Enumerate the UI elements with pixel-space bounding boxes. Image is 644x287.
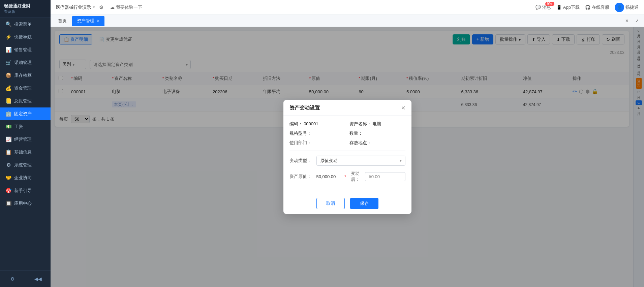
sidebar-label-base-info: 基础信息 xyxy=(14,149,32,155)
company-selector[interactable]: 医疗器械行业演示 ▾ xyxy=(56,4,95,10)
sidebar-label-operations: 经营管理 xyxy=(14,136,32,142)
modal-close-icon[interactable]: ✕ xyxy=(401,105,405,111)
sidebar-bottom: ⚙ ◀◀ xyxy=(0,270,51,287)
finance-icon: 💰 xyxy=(5,85,11,91)
app-edition: 普及版 xyxy=(4,9,30,14)
tab-asset-label: 资产管理 xyxy=(77,18,94,24)
cloud-experience[interactable]: ☁ 我要体验一下 xyxy=(110,4,142,10)
sidebar-label-cooperation: 企业协同 xyxy=(14,175,32,181)
modal-code-label: 编码： xyxy=(289,121,303,126)
base-info-icon: 📋 xyxy=(5,149,11,155)
sidebar-item-payroll[interactable]: 💵 工资 xyxy=(0,120,51,133)
modal-spec-value: 规格型号： xyxy=(289,130,345,136)
modal-code-val: 000001 xyxy=(304,121,318,126)
message-icon: 💬 xyxy=(535,5,541,10)
collapse-button[interactable]: ◀◀ xyxy=(25,274,51,284)
sidebar-item-cooperation[interactable]: 🤝 企业协同 xyxy=(0,171,51,184)
modal-department-label: 使用部门： xyxy=(289,140,311,145)
sidebar-label-inventory: 库存核算 xyxy=(14,72,32,78)
sidebar-label-system: 系统管理 xyxy=(14,162,32,168)
modal-overlay: 资产变动设置 ✕ 编码： 000001 资产名称： xyxy=(51,27,644,287)
modal-code-field: 编码： 000001 xyxy=(289,121,345,127)
modal-quantity-label: 数量： xyxy=(349,131,363,136)
sidebar-item-ledger[interactable]: 📒 总账管理 xyxy=(0,95,51,107)
company-arrow-icon: ▾ xyxy=(93,5,95,9)
modal-change-type-row: 变动类型： 原值变动 ▾ xyxy=(289,156,405,166)
sidebar-item-base-info[interactable]: 📋 基础信息 xyxy=(0,146,51,159)
sidebar-item-sales[interactable]: 📊 销售管理 xyxy=(0,43,51,56)
modal-location-field: 存放地点： xyxy=(349,140,405,146)
tab-asset-close-icon[interactable]: ✕ xyxy=(96,19,100,23)
main-area: 医疗器械行业演示 ▾ ⚙ ☁ 我要体验一下 💬 消息 99+ 📱 App下载 🎧… xyxy=(51,0,644,287)
cancel-button[interactable]: 取消 xyxy=(316,198,345,209)
sidebar-item-finance[interactable]: 💰 资金管理 xyxy=(0,82,51,95)
tabbar: 首页 资产管理 ✕ ✕ ⤢ xyxy=(51,15,644,27)
sidebar-label-sales: 销售管理 xyxy=(14,47,32,53)
user-profile[interactable]: 👤 畅捷通 xyxy=(615,3,639,12)
sidebar-item-fixed-assets[interactable]: 🏢 固定资产 xyxy=(0,107,51,120)
sidebar-item-system[interactable]: ⚙ 系统管理 xyxy=(0,159,51,171)
save-button[interactable]: 保存 xyxy=(350,198,378,209)
guide-icon: 🎯 xyxy=(5,188,11,194)
sidebar-item-quick-nav[interactable]: ⚡ 快捷导航 xyxy=(0,31,51,43)
modal-department-value: 使用部门： xyxy=(289,140,345,146)
modal-location-label: 存放地点： xyxy=(349,140,371,145)
tabbar-right: ✕ ⤢ xyxy=(622,17,641,25)
app-download-button[interactable]: 📱 App下载 xyxy=(556,4,580,10)
modal-body: 编码： 000001 资产名称： 电脑 规格型号 xyxy=(283,116,411,193)
system-icon: ⚙ xyxy=(5,162,11,168)
change-type-arrow-icon: ▾ xyxy=(400,158,402,163)
tab-home[interactable]: 首页 xyxy=(53,16,71,26)
purchase-icon: 🛒 xyxy=(5,60,11,66)
download-icon: 📱 xyxy=(556,5,562,10)
asset-change-modal: 资产变动设置 ✕ 编码： 000001 资产名称： xyxy=(283,100,411,214)
sales-icon: 📊 xyxy=(5,47,11,53)
modal-location-value: 存放地点： xyxy=(349,140,405,146)
sidebar-item-operations[interactable]: 📈 经营管理 xyxy=(0,133,51,146)
sidebar-label-purchase: 采购管理 xyxy=(14,60,32,66)
tab-expand-button[interactable]: ⤢ xyxy=(633,17,641,25)
modal-code-value: 编码： 000001 xyxy=(289,121,345,127)
change-type-select[interactable]: 原值变动 ▾ xyxy=(316,156,405,166)
sidebar: 畅捷通好业财 普及版 🔍 搜索菜单 ⚡ 快捷导航 📊 销售管理 🛒 采购管理 📦… xyxy=(0,0,51,287)
after-change-input[interactable] xyxy=(365,172,405,181)
topbar: 医疗器械行业演示 ▾ ⚙ ☁ 我要体验一下 💬 消息 99+ 📱 App下载 🎧… xyxy=(51,0,644,15)
modal-title: 资产变动设置 xyxy=(289,105,320,111)
modal-spec-field: 规格型号： xyxy=(289,130,345,136)
modal-quantity-value: 数量： xyxy=(349,130,405,136)
settings-button[interactable]: ⚙ xyxy=(0,274,25,284)
sidebar-item-purchase[interactable]: 🛒 采购管理 xyxy=(0,56,51,69)
app-logo: 畅捷通好业财 xyxy=(4,3,30,9)
modal-spec-label: 规格型号： xyxy=(289,131,311,136)
settings-icon[interactable]: ⚙ xyxy=(99,4,103,10)
customer-service-button[interactable]: 🎧 在线客服 xyxy=(585,4,609,10)
cooperation-icon: 🤝 xyxy=(5,175,11,181)
sidebar-label-ledger: 总账管理 xyxy=(14,98,32,104)
tab-close-button[interactable]: ✕ xyxy=(622,17,631,25)
ledger-icon: 📒 xyxy=(5,98,11,104)
sidebar-label-guide: 新手引导 xyxy=(14,188,32,194)
modal-original-value-row: 资产原值： 50,000.00 * 变动后： xyxy=(289,170,405,183)
modal-name-label: 资产名称： xyxy=(349,121,371,126)
modal-department-field: 使用部门： xyxy=(289,140,345,146)
modal-name-value: 资产名称： 电脑 xyxy=(349,121,405,127)
modal-original-value-display: 50,000.00 xyxy=(316,174,336,179)
sidebar-item-search[interactable]: 🔍 搜索菜单 xyxy=(0,18,51,31)
modal-quantity-field: 数量： xyxy=(349,130,405,136)
change-type-value: 原值变动 xyxy=(320,158,400,164)
sidebar-item-guide[interactable]: 🎯 新手引导 xyxy=(0,184,51,197)
fixed-assets-icon: 🏢 xyxy=(5,111,11,117)
sidebar-label-search: 搜索菜单 xyxy=(14,21,32,27)
service-icon: 🎧 xyxy=(585,5,590,10)
sidebar-item-app-center[interactable]: 🔲 应用中心 xyxy=(0,197,51,210)
sidebar-nav: 🔍 搜索菜单 ⚡ 快捷导航 📊 销售管理 🛒 采购管理 📦 库存核算 💰 资金管… xyxy=(0,18,51,270)
app-download-label: App下载 xyxy=(563,4,580,10)
tab-asset-management[interactable]: 资产管理 ✕ xyxy=(72,16,104,26)
app-center-icon: 🔲 xyxy=(5,200,11,206)
customer-service-label: 在线客服 xyxy=(592,4,609,10)
cancel-label: 取消 xyxy=(326,201,335,206)
message-button[interactable]: 💬 消息 99+ xyxy=(535,4,551,10)
sidebar-item-inventory[interactable]: 📦 库存核算 xyxy=(0,69,51,82)
topbar-right: 💬 消息 99+ 📱 App下载 🎧 在线客服 👤 畅捷通 xyxy=(535,3,639,12)
avatar: 👤 xyxy=(615,3,624,12)
